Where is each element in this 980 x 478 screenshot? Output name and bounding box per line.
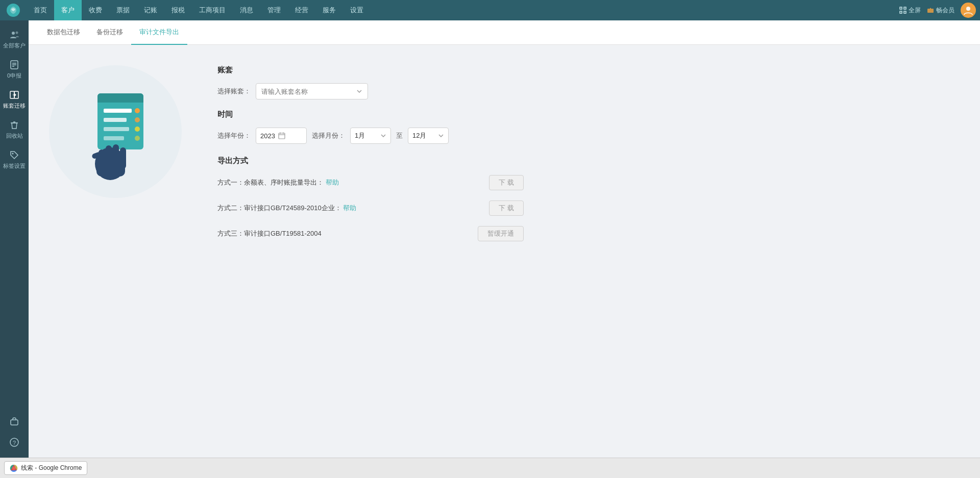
- export-method-3-label: 方式三：审计接口GB/T19581-2004: [217, 229, 322, 238]
- year-input[interactable]: 2023: [256, 128, 307, 144]
- export-method-1-row: 方式一：余额表、序时账批量导出： 帮助 下 载: [217, 175, 524, 190]
- svg-point-17: [12, 153, 14, 155]
- sidebar-label-migrate: 账套迁移: [3, 102, 26, 110]
- nav-settings[interactable]: 设置: [343, 0, 371, 20]
- export-method-1-download-button[interactable]: 下 载: [489, 175, 524, 190]
- svg-point-31: [135, 136, 140, 141]
- svg-rect-4: [904, 11, 906, 13]
- illustration-circle: [49, 65, 182, 198]
- year-value: 2023: [260, 132, 275, 140]
- taskbar-chrome-item[interactable]: 线索 - Google Chrome: [4, 461, 87, 475]
- account-section-title: 账套: [217, 65, 524, 75]
- vip-label: 畅会员: [936, 6, 954, 15]
- month-end-value: 12月: [412, 131, 426, 140]
- sidebar-item-zero-report[interactable]: 0申报: [0, 55, 29, 85]
- form-area: 账套 选择账套： 时间 选择年份： 2023: [217, 60, 524, 251]
- tab-audit-export[interactable]: 审计文件导出: [131, 20, 187, 45]
- sidebar-bottom: ?: [5, 413, 23, 458]
- time-section-title: 时间: [217, 110, 524, 119]
- export-method-2-row: 方式二：审计接口GB/T24589-2010企业： 帮助 下 载: [217, 200, 524, 216]
- sidebar-help-icon[interactable]: ?: [5, 433, 23, 451]
- svg-rect-3: [900, 11, 902, 13]
- page-content: 账套 选择账套： 时间 选择年份： 2023: [29, 45, 980, 458]
- month-end-select[interactable]: 12月: [408, 128, 449, 144]
- sidebar-label-zero-report: 0申报: [7, 72, 21, 80]
- app-logo: [4, 1, 22, 19]
- sidebar-item-trash[interactable]: 回收站: [0, 115, 29, 145]
- svg-rect-23: [97, 99, 143, 103]
- tab-backup-migrate[interactable]: 备份迁移: [88, 20, 131, 45]
- svg-point-28: [135, 108, 140, 113]
- export-method-3-row: 方式三：审计接口GB/T19581-2004 暂缓开通: [217, 226, 524, 241]
- nav-billing[interactable]: 收费: [82, 0, 109, 20]
- illustration-area: [44, 60, 187, 203]
- account-input[interactable]: [261, 88, 356, 95]
- svg-rect-27: [104, 136, 124, 140]
- svg-rect-5: [927, 9, 934, 13]
- left-sidebar: 全部客户 0申报 账套迁移 回收站: [0, 20, 29, 458]
- nav-tax[interactable]: 报税: [164, 0, 192, 20]
- sidebar-item-tag-settings[interactable]: 标签设置: [0, 145, 29, 175]
- export-method-1-help-link[interactable]: 帮助: [326, 179, 339, 186]
- svg-rect-38: [96, 159, 125, 177]
- svg-marker-6: [930, 8, 932, 9]
- tabs-bar: 数据包迁移 备份迁移 审计文件导出: [29, 20, 980, 45]
- account-label: 选择账套：: [217, 87, 251, 96]
- nav-business[interactable]: 工商项目: [192, 0, 233, 20]
- fullscreen-button[interactable]: 全屏: [899, 6, 921, 15]
- month-end-chevron-icon: [438, 133, 444, 139]
- export-method-2-download-button[interactable]: 下 载: [489, 200, 524, 216]
- calendar-icon: [278, 132, 285, 139]
- to-text: 至: [396, 131, 403, 140]
- nav-message[interactable]: 消息: [233, 0, 260, 20]
- avatar[interactable]: [961, 3, 976, 18]
- nav-invoice[interactable]: 票据: [109, 0, 137, 20]
- svg-point-29: [135, 117, 140, 122]
- nav-home[interactable]: 首页: [27, 0, 54, 20]
- nav-service[interactable]: 服务: [315, 0, 343, 20]
- main-layout: 全部客户 0申报 账套迁移 回收站: [0, 20, 980, 458]
- export-method-1-label: 方式一：余额表、序时账批量导出： 帮助: [217, 178, 339, 187]
- taskbar: 线索 - Google Chrome: [0, 458, 980, 478]
- date-row: 选择年份： 2023 选择月份： 1月: [217, 128, 524, 144]
- svg-rect-24: [104, 109, 132, 113]
- svg-rect-18: [11, 420, 18, 425]
- svg-rect-39: [279, 133, 285, 139]
- nav-bookkeeping[interactable]: 记账: [137, 0, 164, 20]
- vip-button[interactable]: 畅会员: [927, 6, 954, 15]
- nav-customers[interactable]: 客户: [54, 0, 82, 20]
- sidebar-notification-icon[interactable]: [5, 413, 23, 431]
- sidebar-label-tag-settings: 标签设置: [3, 162, 26, 170]
- svg-point-8: [12, 32, 15, 35]
- month-start-chevron-icon: [380, 133, 386, 139]
- sidebar-item-migrate[interactable]: 账套迁移: [0, 85, 29, 115]
- account-form-row: 选择账套：: [217, 83, 524, 99]
- nav-operation[interactable]: 经营: [288, 0, 315, 20]
- chrome-icon: [10, 464, 18, 472]
- svg-text:?: ?: [13, 440, 16, 446]
- top-nav: 首页 客户 收费 票据 记账 报税 工商项目 消息 管理 经营 服务 设置 全屏: [0, 0, 980, 20]
- month-start-select[interactable]: 1月: [350, 128, 391, 144]
- svg-point-9: [16, 32, 18, 34]
- month-start-value: 1月: [355, 131, 365, 140]
- account-select[interactable]: [256, 83, 368, 99]
- export-method-2-help-link[interactable]: 帮助: [343, 204, 356, 212]
- year-label: 选择年份：: [217, 131, 251, 140]
- export-title: 导出方式: [217, 156, 524, 166]
- content-area: 数据包迁移 备份迁移 审计文件导出: [29, 20, 980, 458]
- sidebar-item-all-customers[interactable]: 全部客户: [0, 24, 29, 55]
- month-label: 选择月份：: [312, 131, 345, 140]
- svg-rect-1: [900, 7, 902, 9]
- sidebar-label-all-customers: 全部客户: [3, 42, 26, 49]
- fullscreen-label: 全屏: [909, 6, 921, 15]
- nav-items: 首页 客户 收费 票据 记账 报税 工商项目 消息 管理 经营 服务 设置: [27, 0, 899, 20]
- export-method-3-open-button[interactable]: 暂缓开通: [478, 226, 524, 241]
- tab-data-migrate[interactable]: 数据包迁移: [39, 20, 88, 45]
- chevron-down-icon: [356, 88, 362, 94]
- nav-manage[interactable]: 管理: [260, 0, 288, 20]
- svg-rect-25: [104, 118, 127, 122]
- export-section: 导出方式 方式一：余额表、序时账批量导出： 帮助 下 载 方式二：审计接口GB/…: [217, 156, 524, 241]
- taskbar-chrome-label: 线索 - Google Chrome: [21, 464, 82, 472]
- export-method-2-label: 方式二：审计接口GB/T24589-2010企业： 帮助: [217, 204, 356, 213]
- sidebar-label-trash: 回收站: [6, 132, 23, 140]
